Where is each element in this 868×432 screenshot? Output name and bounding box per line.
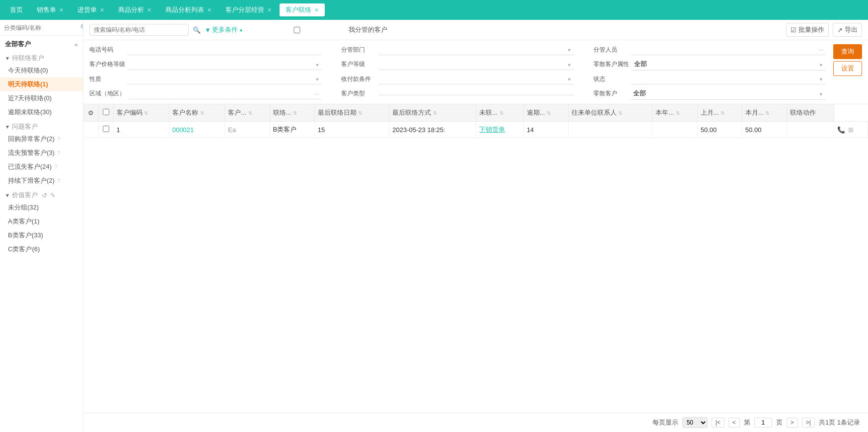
page-last-btn[interactable]: >| <box>802 418 815 428</box>
price-level-select[interactable] <box>128 59 321 70</box>
sidebar-search-input[interactable] <box>4 24 78 31</box>
page-label: 第 <box>744 418 750 427</box>
question-icon-1: ? <box>57 136 60 142</box>
th-uncontacted-sort[interactable]: ⇅ <box>500 110 504 116</box>
page-next-btn[interactable]: > <box>787 418 798 428</box>
question-icon-3: ? <box>54 164 57 170</box>
th-contact-count-label: 联络... <box>273 109 291 116</box>
sidebar-item-overdue[interactable]: 逾期未联络(30) <box>0 105 83 119</box>
sidebar-item-churned[interactable]: 已流失客户(24) ? <box>0 160 83 174</box>
sidebar-item-ungrouped[interactable]: 未分组(32) <box>0 201 83 215</box>
nav-sales-close[interactable]: ✕ <box>59 7 64 13</box>
nav-customer-tier[interactable]: 客户分层经营 ✕ <box>219 3 278 16</box>
th-this-year: 本年... ⇅ <box>652 104 697 122</box>
th-tm-sort[interactable]: ⇅ <box>765 110 769 116</box>
row-overdue-0 <box>568 122 652 138</box>
nav-customer-contact[interactable]: 客户联络 ✕ <box>280 3 325 16</box>
sidebar-item-type-c[interactable]: C类客户(6) <box>0 242 83 256</box>
search-input[interactable] <box>89 24 189 36</box>
nav-goods-analysis[interactable]: 商品分析 ✕ <box>112 3 157 16</box>
nav-sales[interactable]: 销售单 ✕ <box>31 3 70 16</box>
sidebar-item-tomorrow[interactable]: 明天待联络(1) <box>0 77 83 91</box>
batch-op-label: 批量操作 <box>798 25 824 34</box>
th-lm-sort[interactable]: ⇅ <box>721 110 724 116</box>
th-name-sort[interactable]: ⇅ <box>200 110 204 116</box>
sidebar-item-type-a[interactable]: A类客户(1) <box>0 215 83 228</box>
filter-payment-field: 收付款条件 <box>341 73 573 84</box>
nav-goods-analysis-list-close[interactable]: ✕ <box>207 7 212 13</box>
page-size-select[interactable]: 50 100 200 <box>682 417 708 428</box>
payment-select[interactable] <box>379 73 573 84</box>
sidebar-item-type-b[interactable]: B类客户(33) <box>0 228 83 242</box>
dept-select[interactable] <box>379 44 573 55</box>
batch-op-btn[interactable]: ☑ 批量操作 <box>786 23 829 37</box>
sidebar-item-7days-label: 近7天待联络(0) <box>8 94 52 102</box>
nav-customer-tier-close[interactable]: ✕ <box>267 7 272 13</box>
row-last-method-0[interactable]: 下销货单 <box>476 122 523 138</box>
th-cp-sort[interactable]: ⇅ <box>618 110 622 116</box>
region-select[interactable] <box>128 88 321 99</box>
nav-goods-analysis-list[interactable]: 商品分析列表 ✕ <box>159 3 217 16</box>
nav-customer-contact-close[interactable]: ✕ <box>314 7 319 13</box>
export-btn[interactable]: ↗ 导出 <box>833 23 862 37</box>
page-input[interactable] <box>754 418 772 428</box>
payment-label: 收付款条件 <box>341 75 376 83</box>
action-phone-icon-0[interactable]: 📞 <box>837 126 845 134</box>
th-last-date-sort[interactable]: ⇅ <box>358 110 362 116</box>
retail-select[interactable]: 全部 <box>631 87 825 100</box>
search-icon[interactable]: 🔍 <box>193 26 201 34</box>
sidebar-item-declining[interactable]: 持续下滑客户(2) ? <box>0 174 83 188</box>
refresh-icon[interactable]: ↺ <box>42 192 47 199</box>
row-code-0[interactable]: 000021 <box>169 122 224 138</box>
nav-goods-analysis-close[interactable]: ✕ <box>147 7 151 13</box>
page-prev-btn[interactable]: < <box>728 418 740 428</box>
more-conditions-btn[interactable]: ▼ 更多条件 ▲ <box>205 25 243 34</box>
action-grid-icon-0[interactable]: ⊞ <box>848 126 854 134</box>
select-all-checkbox[interactable] <box>103 109 109 115</box>
value-triangle: ▼ <box>5 193 10 198</box>
customer-type-select[interactable] <box>379 92 573 95</box>
nav-purchase-close[interactable]: ✕ <box>100 7 104 13</box>
price-level-chevron <box>313 61 319 68</box>
status-select[interactable] <box>631 73 825 84</box>
person-select[interactable] <box>631 44 825 55</box>
th-checkbox[interactable] <box>98 104 113 122</box>
all-customers-header[interactable]: 全部客户 « <box>0 36 83 51</box>
th-contact-sort[interactable]: ⇅ <box>293 110 297 116</box>
status-chevron <box>817 75 823 82</box>
nav-home[interactable]: 首页 <box>4 3 29 16</box>
th-ty-sort[interactable]: ⇅ <box>676 110 680 116</box>
my-customers-checkbox[interactable]: 我分管的客户 <box>247 25 387 34</box>
row-checkbox-0[interactable] <box>103 126 109 132</box>
th-settings[interactable]: ⚙ <box>83 104 98 122</box>
page-first-btn[interactable]: |< <box>712 418 724 428</box>
filter-status-field: 状态 <box>593 73 825 84</box>
customer-level-select[interactable] <box>379 59 573 70</box>
query-btn[interactable]: 查询 <box>833 44 862 59</box>
nav-purchase[interactable]: 进货单 ✕ <box>72 3 110 16</box>
phone-input[interactable] <box>127 45 321 55</box>
gender-select[interactable] <box>127 73 321 84</box>
gender-chevron <box>313 75 319 82</box>
sidebar-item-7days[interactable]: 近7天待联络(0) <box>0 91 83 105</box>
row-cb-0[interactable] <box>98 122 113 138</box>
setting-btn[interactable]: 设置 <box>833 61 862 76</box>
row-actions-0[interactable]: 📞 ⊞ <box>834 122 868 138</box>
sidebar-item-ungrouped-label: 未分组(32) <box>8 204 39 211</box>
collapse-icon[interactable]: « <box>74 41 78 48</box>
pending-triangle: ▼ <box>5 56 10 61</box>
sidebar-item-churn-warning[interactable]: 流失预警客户(3) ? <box>0 146 83 160</box>
th-code-sort[interactable]: ⇅ <box>144 110 148 116</box>
sidebar-item-declining-label: 持续下滑客户(2) <box>8 177 55 184</box>
sidebar-item-today[interactable]: 今天待联络(0) <box>0 64 83 77</box>
my-customers-check[interactable] <box>247 27 347 33</box>
th-overdue-sort[interactable]: ⇅ <box>547 110 551 116</box>
edit-icon[interactable]: ✎ <box>50 192 56 199</box>
th-overdue: 逾期... ⇅ <box>523 104 568 122</box>
row-num-0: 1 <box>113 122 169 138</box>
question-icon-4: ? <box>57 178 60 184</box>
th-last-method-sort[interactable]: ⇅ <box>433 110 437 116</box>
th-type-sort[interactable]: ⇅ <box>248 110 252 116</box>
sidebar-item-repurchase-abnormal[interactable]: 回购异常客户(2) ? <box>0 132 83 146</box>
retail-attr-select[interactable]: 全部 <box>632 58 825 71</box>
